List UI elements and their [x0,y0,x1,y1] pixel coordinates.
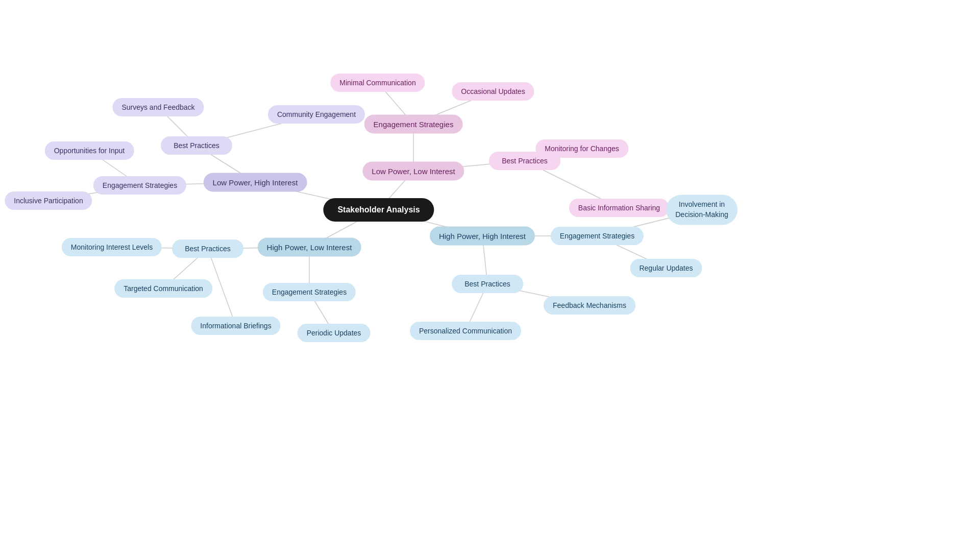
node-occasionalUpdates[interactable]: Occasional Updates [452,82,534,101]
node-monitoringForChanges[interactable]: Monitoring for Changes [535,139,628,158]
node-feedbackMechanisms[interactable]: Feedback Mechanisms [544,296,635,315]
node-bestPracticesLPHI[interactable]: Best Practices [161,136,232,155]
node-bestPracticesHPHI[interactable]: Best Practices [452,275,523,293]
center-node[interactable]: Stakeholder Analysis [323,198,434,222]
node-highPowerLowInterest[interactable]: High Power, Low Interest [258,238,361,257]
node-bestPracticesHPLI[interactable]: Best Practices [172,239,243,258]
node-monitoringInterestLevels[interactable]: Monitoring Interest Levels [62,238,162,256]
node-targetedCommunication[interactable]: Targeted Communication [114,279,212,298]
node-basicInfoSharing[interactable]: Basic Information Sharing [569,199,669,217]
node-inclusiveParticipation[interactable]: Inclusive Participation [5,191,92,210]
node-engagementStrategiesHPHI[interactable]: Engagement Strategies [551,227,644,245]
node-regularUpdates[interactable]: Regular Updates [630,259,702,277]
node-periodicUpdates[interactable]: Periodic Updates [298,324,371,342]
node-engagementStrategiesLPLI[interactable]: Engagement Strategies [364,115,463,134]
node-surveysAndFeedback[interactable]: Surveys and Feedback [112,98,204,116]
node-minimalCommunication[interactable]: Minimal Communication [330,74,425,92]
node-communityEngagement[interactable]: Community Engagement [268,105,365,124]
node-highPowerHighInterest[interactable]: High Power, High Interest [430,227,535,246]
node-engagementStrategiesLPHI[interactable]: Engagement Strategies [93,176,186,195]
node-informationalBriefings[interactable]: Informational Briefings [191,317,280,335]
node-lowPowerLowInterest[interactable]: Low Power, Low Interest [362,162,464,181]
mindmap-container: Stakeholder AnalysisLow Power, High Inte… [0,0,980,553]
node-involvementDecisionMaking[interactable]: Involvement in Decision-Making [666,195,738,225]
node-personalizedCommunication[interactable]: Personalized Communication [410,322,521,340]
node-opportunitiesForInput[interactable]: Opportunities for Input [45,141,134,160]
node-engagementStrategiesHPLI[interactable]: Engagement Strategies [263,283,356,301]
node-lowPowerHighInterest[interactable]: Low Power, High Interest [204,173,307,192]
